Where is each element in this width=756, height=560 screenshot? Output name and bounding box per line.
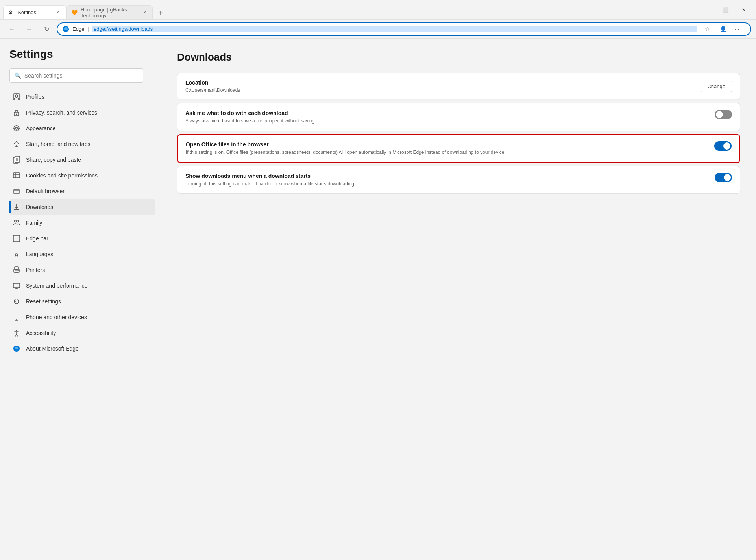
ask-download-toggle[interactable]: [715, 110, 732, 119]
ghacks-tab-close[interactable]: ✕: [142, 9, 148, 16]
open-office-toggle[interactable]: [714, 141, 732, 151]
system-icon: [13, 282, 20, 290]
menu-button[interactable]: ···: [732, 22, 746, 36]
printers-icon: [13, 266, 20, 274]
tab-ghacks[interactable]: 🧡 Homepage | gHacks Technology ✕: [66, 5, 153, 19]
change-location-button[interactable]: Change: [701, 81, 732, 92]
default-browser-icon: [13, 187, 20, 195]
show-downloads-slider: [715, 173, 732, 182]
settings-tab-label: Settings: [18, 9, 36, 15]
maximize-button[interactable]: ⬜: [717, 4, 735, 16]
share-copy-icon: [13, 156, 20, 164]
address-bar[interactable]: Edge | edge://settings/downloads ☆ 👤 ···: [57, 22, 751, 36]
sidebar-item-about-label: About Microsoft Edge: [26, 346, 79, 352]
sidebar-item-edge-bar-label: Edge bar: [26, 235, 48, 242]
favorites-button[interactable]: ☆: [700, 22, 714, 36]
profiles-icon: [13, 93, 20, 101]
new-tab-button[interactable]: +: [154, 7, 167, 19]
main-layout: Settings 🔍 Profiles: [0, 39, 756, 560]
sidebar-title: Settings: [9, 48, 161, 61]
start-home-icon: [13, 140, 20, 148]
svg-rect-28: [13, 235, 20, 242]
sidebar-item-privacy[interactable]: Privacy, search, and services: [9, 105, 155, 120]
open-office-text: Open Office files in the browser If this…: [186, 141, 714, 156]
sidebar-item-languages[interactable]: Α Languages: [9, 246, 155, 262]
family-icon: [13, 219, 20, 227]
refresh-button[interactable]: ↻: [39, 22, 54, 36]
sidebar-item-privacy-label: Privacy, search, and services: [26, 109, 97, 116]
sidebar-item-accessibility[interactable]: Accessibility: [9, 325, 155, 341]
edge-label: Edge: [72, 26, 84, 32]
privacy-icon: [13, 109, 20, 116]
sidebar-item-profiles[interactable]: Profiles: [9, 89, 155, 105]
svg-rect-34: [13, 283, 20, 288]
accessibility-icon: [13, 329, 20, 337]
tabs-area: ⚙ Settings ✕ 🧡 Homepage | gHacks Technol…: [0, 0, 695, 19]
sidebar-item-family-label: Family: [26, 220, 42, 226]
edge-bar-icon: [13, 235, 20, 242]
sidebar-item-share-copy-label: Share, copy and paste: [26, 157, 81, 163]
open-office-row: Open Office files in the browser If this…: [178, 135, 739, 162]
ask-download-control: [715, 110, 732, 119]
sidebar-item-reset[interactable]: Reset settings: [9, 294, 155, 309]
show-downloads-row: Show downloads menu when a download star…: [177, 166, 740, 194]
profile-button[interactable]: 👤: [716, 22, 730, 36]
address-separator: |: [87, 26, 89, 32]
sidebar-item-system[interactable]: System and performance: [9, 278, 155, 294]
sidebar-item-edge-bar[interactable]: Edge bar: [9, 231, 155, 246]
sidebar-item-family[interactable]: Family: [9, 215, 155, 231]
settings-tab-close[interactable]: ✕: [54, 9, 61, 16]
phone-icon: [13, 313, 20, 321]
page-title: Downloads: [177, 51, 740, 63]
address-text[interactable]: edge://settings/downloads: [92, 26, 697, 32]
show-downloads-card: Show downloads menu when a download star…: [177, 166, 740, 194]
languages-icon: Α: [13, 250, 20, 258]
show-downloads-control: [715, 173, 732, 182]
svg-point-23: [15, 190, 15, 190]
svg-rect-19: [13, 173, 20, 178]
open-office-card: Open Office files in the browser If this…: [177, 134, 740, 163]
sidebar-item-appearance-label: Appearance: [26, 125, 56, 131]
svg-point-8: [15, 127, 18, 129]
minimize-button[interactable]: —: [699, 4, 717, 16]
show-downloads-desc: Turning off this setting can make it har…: [185, 181, 707, 187]
svg-point-24: [16, 190, 17, 190]
search-input[interactable]: [24, 72, 138, 79]
svg-rect-30: [15, 267, 18, 269]
show-downloads-text: Show downloads menu when a download star…: [185, 173, 715, 187]
sidebar-item-appearance[interactable]: Appearance: [9, 120, 155, 136]
sidebar-item-accessibility-label: Accessibility: [26, 330, 56, 336]
svg-point-38: [16, 319, 17, 320]
sidebar-item-share-copy[interactable]: Share, copy and paste: [9, 152, 155, 168]
sidebar-item-printers[interactable]: Printers: [9, 262, 155, 278]
open-office-desc: If this setting is on, Office files (pre…: [186, 149, 706, 156]
reset-icon: [13, 298, 20, 305]
tab-settings[interactable]: ⚙ Settings ✕: [3, 5, 66, 19]
search-icon: 🔍: [15, 72, 21, 79]
content-area: Downloads Location C:\Users\marti\Downlo…: [161, 39, 756, 560]
location-row: Location C:\Users\marti\Downloads Change: [177, 73, 740, 100]
open-office-control: [714, 141, 732, 151]
sidebar: Settings 🔍 Profiles: [0, 39, 161, 560]
svg-point-4: [15, 95, 18, 97]
sidebar-item-downloads[interactable]: Downloads: [9, 199, 155, 215]
forward-button[interactable]: →: [22, 22, 36, 36]
open-office-slider: [714, 141, 732, 151]
ask-download-desc: Always ask me if I want to save a file o…: [185, 118, 707, 124]
svg-point-6: [16, 114, 17, 115]
sidebar-item-downloads-label: Downloads: [26, 204, 53, 210]
show-downloads-toggle[interactable]: [715, 173, 732, 182]
back-button[interactable]: ←: [5, 22, 19, 36]
sidebar-item-start-home[interactable]: Start, home, and new tabs: [9, 136, 155, 152]
sidebar-item-default-browser[interactable]: Default browser: [9, 183, 155, 199]
ask-download-text: Ask me what to do with each download Alw…: [185, 110, 715, 124]
sidebar-item-cookies-label: Cookies and site permissions: [26, 172, 98, 179]
sidebar-item-cookies[interactable]: Cookies and site permissions: [9, 168, 155, 183]
sidebar-item-system-label: System and performance: [26, 283, 87, 289]
close-button[interactable]: ✕: [735, 4, 753, 16]
sidebar-item-about[interactable]: About Microsoft Edge: [9, 341, 155, 357]
search-box[interactable]: 🔍: [9, 68, 143, 83]
svg-point-39: [16, 330, 17, 331]
sidebar-item-phone[interactable]: Phone and other devices: [9, 309, 155, 325]
svg-point-27: [17, 220, 19, 222]
